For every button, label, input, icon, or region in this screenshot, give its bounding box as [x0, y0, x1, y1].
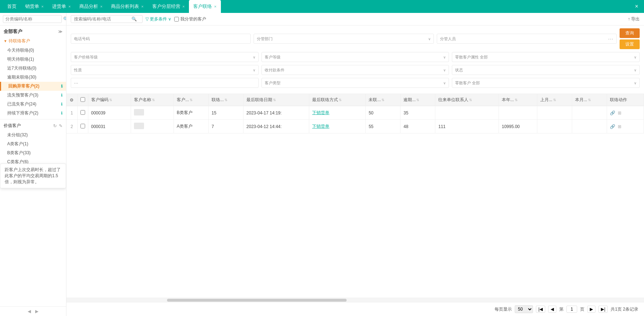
filter-dept-arrow: ∨: [428, 37, 431, 41]
row-checkbox-2[interactable]: [77, 120, 88, 133]
window-close-button[interactable]: ×: [632, 3, 641, 10]
filter-phone[interactable]: 电话号码: [71, 34, 251, 44]
top-nav: 首页 销货单 × 进货单 × 商品分析 × 商品分析列表 × 客户分层经营 × …: [0, 0, 644, 13]
search-input[interactable]: [74, 16, 131, 22]
first-page-button[interactable]: |◀: [536, 306, 545, 313]
per-page-select[interactable]: 50 20 100: [515, 305, 533, 313]
action-grid-icon-2[interactable]: ⊞: [618, 124, 621, 129]
filter-retail-attr[interactable]: 零散客户属性 全部 ∨: [452, 52, 640, 62]
table-col-settings[interactable]: ⚙: [66, 94, 77, 106]
row-checkbox-1[interactable]: [77, 106, 88, 120]
customer-action-1: 🔗 ⊞: [607, 106, 644, 120]
sidebar-item-repurchase-abnormal[interactable]: 回购异常客户(2) ℹ: [0, 82, 66, 91]
table-col-this-year[interactable]: 本年...⇅: [499, 94, 537, 106]
filter-customer-level[interactable]: 客户等级 ∨: [261, 52, 449, 62]
tab-customer-contact[interactable]: 客户联络 ×: [189, 0, 221, 13]
sidebar-item-ungrouped[interactable]: 未分组(32): [0, 131, 66, 140]
sidebar-group-pending[interactable]: ▼ 待联络客户: [0, 36, 66, 46]
tab-analysis-list-close[interactable]: ×: [141, 4, 143, 9]
tab-purchase-close[interactable]: ×: [68, 4, 70, 9]
tab-customer-tier[interactable]: 客户分层经营 ×: [148, 0, 189, 13]
tab-analysis-list[interactable]: 商品分析列表 ×: [107, 0, 148, 13]
table-col-uncontacted[interactable]: 未联...⇅: [366, 94, 400, 106]
scroll-thumb[interactable]: [167, 299, 347, 302]
sidebar-search-input[interactable]: [3, 15, 62, 23]
table-col-contact[interactable]: 联络...⇅: [209, 94, 244, 106]
tab-analysis[interactable]: 商品分析 ×: [75, 0, 107, 13]
tab-purchase[interactable]: 进货单 ×: [48, 0, 75, 13]
my-customers-checkbox[interactable]: 我分管的客户: [174, 16, 206, 22]
filter-status-label: 状态: [455, 67, 463, 73]
tab-sales[interactable]: 销货单 ×: [21, 0, 48, 13]
select-all-checkbox[interactable]: [80, 97, 85, 102]
filter-action-buttons: 查询 设置: [620, 28, 640, 49]
settings-button[interactable]: 设置: [620, 39, 640, 49]
customer-this-year-1: [499, 106, 537, 120]
sidebar-group2-value-customers[interactable]: 价值客户 ↻ ✎: [0, 121, 66, 131]
filter-nature[interactable]: 性质 ∨: [71, 65, 259, 75]
filter-customer-type[interactable]: 客户类型 ∨: [261, 78, 449, 88]
filter-status[interactable]: 状态 ∨: [452, 65, 640, 75]
tab-customer-contact-close[interactable]: ×: [214, 4, 216, 9]
tab-analysis-close[interactable]: ×: [100, 4, 102, 9]
filter-dept[interactable]: 分管部门 ∨: [254, 34, 434, 44]
filter-retail-customer[interactable]: 零散客户 全部 ∨: [452, 78, 640, 88]
sidebar-collapse-icon[interactable]: ≫: [58, 29, 62, 34]
sidebar-search-icon[interactable]: 🔍: [63, 16, 66, 22]
table-col-last-method[interactable]: 最后联络方式⇅: [309, 94, 366, 106]
action-link-icon-2[interactable]: 🔗: [610, 124, 615, 129]
table-col-last-month[interactable]: 上月...⇅: [537, 94, 572, 106]
filter-payment[interactable]: 收付款条件 ∨: [261, 65, 449, 75]
group2-edit-icon[interactable]: ✎: [59, 123, 62, 128]
table-col-type[interactable]: 客户...⇅: [174, 94, 209, 106]
customer-last-method-1[interactable]: 下销货单: [309, 106, 366, 120]
filter-dept-label: 分管部门: [257, 36, 273, 42]
filter-person-dots: ···: [608, 36, 613, 42]
table-col-last-date[interactable]: 最后联络日期⇅: [244, 94, 309, 106]
next-page-button[interactable]: ▶: [587, 306, 596, 313]
tab-customer-tier-close[interactable]: ×: [182, 4, 185, 9]
filter-person[interactable]: 分管人员 ···: [437, 34, 617, 44]
horizontal-scrollbar[interactable]: [66, 298, 644, 302]
sidebar-item-b-class[interactable]: B类客户(33): [0, 148, 66, 157]
table-col-name[interactable]: 客户名称⇅: [131, 94, 173, 106]
table-col-this-month[interactable]: 本月...⇅: [572, 94, 607, 106]
table-col-checkbox[interactable]: [77, 94, 88, 106]
action-grid-icon-1[interactable]: ⊞: [618, 110, 621, 115]
search-icon[interactable]: 🔍: [131, 16, 137, 22]
sidebar-item-tomorrow[interactable]: 明天待联络(1): [0, 55, 66, 64]
last-page-button[interactable]: ▶|: [598, 306, 608, 313]
sidebar-item-churned[interactable]: 已流失客户(24) ℹ: [0, 100, 66, 109]
prev-page-button[interactable]: ◀: [548, 306, 556, 313]
filter-customer-type-arrow: ∨: [443, 81, 446, 85]
filter-dots[interactable]: ···: [71, 78, 259, 88]
table-header-row: ⚙ 客户编码⇅ 客户名称⇅ 客户...⇅ 联络...⇅ 最后联络日期⇅ 最后联络…: [66, 94, 644, 106]
page-input[interactable]: [566, 306, 577, 313]
customer-table: ⚙ 客户编码⇅ 客户名称⇅ 客户...⇅ 联络...⇅ 最后联络日期⇅ 最后联络…: [66, 94, 644, 133]
table-col-overdue[interactable]: 逾期...⇅: [400, 94, 435, 106]
sidebar-all-customers[interactable]: 全部客户 ≫: [0, 25, 66, 36]
sidebar-item-a-class[interactable]: A类客户(1): [0, 140, 66, 148]
export-button[interactable]: ↑ 导出: [628, 16, 640, 22]
tab-sales-close[interactable]: ×: [41, 4, 43, 9]
table-row: 2 000031 A类客户 7 2023-04-12 14:44: 下销货单 5…: [66, 120, 644, 133]
my-customers-check[interactable]: [174, 17, 179, 22]
filter-price-level[interactable]: 客户价格等级 ∨: [71, 52, 259, 62]
sidebar-item-7days[interactable]: 近7天待联络(0): [0, 64, 66, 73]
info-icon-declining: ℹ: [61, 111, 62, 115]
action-link-icon-1[interactable]: 🔗: [610, 110, 615, 115]
tab-home[interactable]: 首页: [3, 0, 21, 13]
customer-last-method-2[interactable]: 下销货单: [309, 120, 366, 133]
sidebar-next-icon[interactable]: ▶: [33, 308, 41, 315]
sidebar-item-churn-warning[interactable]: 流失预警客户(3) ℹ: [0, 91, 66, 100]
sidebar-item-overdue[interactable]: 逾期未联络(30): [0, 73, 66, 82]
table-col-code[interactable]: 客户编码⇅: [88, 94, 131, 106]
group2-refresh-icon[interactable]: ↻: [53, 123, 57, 128]
sidebar-item-today[interactable]: 今天待联络(0): [0, 46, 66, 55]
table-col-unit-contact[interactable]: 往来单位联系人⇅: [435, 94, 499, 106]
customer-type-1: B类客户: [174, 106, 209, 120]
sidebar-item-declining[interactable]: 持续下滑客户(2) ℹ: [0, 109, 66, 118]
sidebar-prev-icon[interactable]: ◀: [26, 308, 33, 315]
more-conditions-button[interactable]: ▽ 更多条件 ∨: [145, 16, 171, 22]
query-button[interactable]: 查询: [620, 28, 640, 38]
